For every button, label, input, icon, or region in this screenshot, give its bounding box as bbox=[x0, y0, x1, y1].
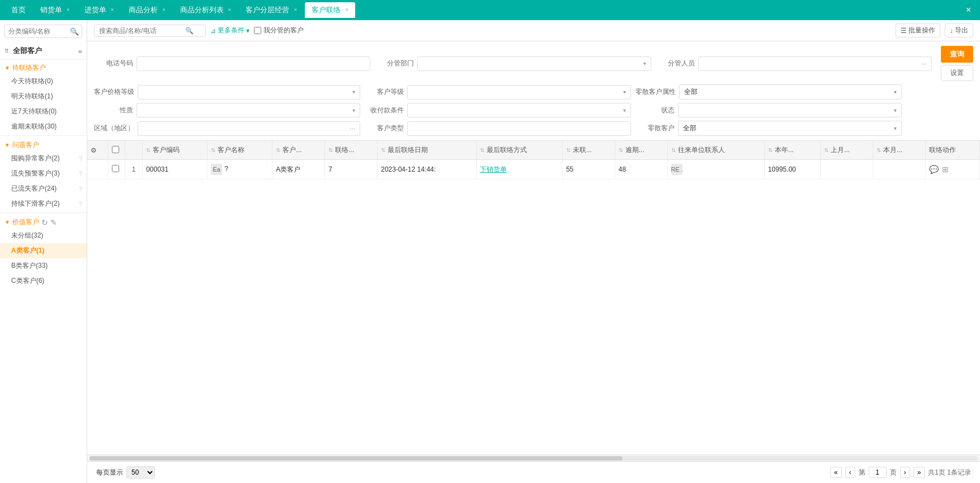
price-level-dropdown[interactable]: ▾ bbox=[138, 85, 360, 100]
td-thismonth bbox=[873, 160, 926, 179]
batch-ops-button[interactable]: ☰ 批量操作 bbox=[896, 23, 940, 37]
nav-customer-segment[interactable]: 客户分层经营 × bbox=[239, 2, 304, 18]
sidebar-item-declining[interactable]: 持续下滑客户(2) ? bbox=[0, 196, 87, 211]
nav-product-analysis[interactable]: 商品分析 × bbox=[122, 2, 172, 18]
last-method-link[interactable]: 下销货单 bbox=[480, 165, 507, 173]
page-nav: « ‹ 第 页 › » 共1页 1条记录 bbox=[830, 467, 971, 478]
batch-ops-icon: ☰ bbox=[901, 27, 907, 35]
select-all-checkbox[interactable] bbox=[112, 146, 119, 153]
sidebar-item-class-b[interactable]: B类客户(33) bbox=[0, 258, 87, 273]
scatter-attr-dropdown[interactable]: 全部 ▾ bbox=[679, 84, 902, 100]
sidebar-item-churn-warning[interactable]: 流失预警客户(3) ? bbox=[0, 166, 87, 181]
action-chat-icon[interactable]: 💬 bbox=[929, 165, 939, 174]
th-lastmonth[interactable]: ⇅上月... bbox=[821, 141, 873, 160]
nav-home[interactable]: 首页 bbox=[4, 2, 32, 18]
payment-dropdown[interactable]: ▾ bbox=[407, 103, 631, 117]
sidebar-section-value-arrow[interactable]: ▼ bbox=[4, 219, 10, 225]
scroll-track[interactable] bbox=[89, 456, 978, 461]
scroll-thumb[interactable] bbox=[89, 456, 623, 461]
region-input[interactable]: ··· bbox=[138, 121, 360, 136]
th-lastdate[interactable]: ⇅最后联络日期 bbox=[378, 141, 477, 160]
sidebar-search-icon: 🔍 bbox=[70, 27, 79, 36]
customer-level-dropdown[interactable]: ▾ bbox=[407, 85, 631, 100]
th-contact[interactable]: ⇅联络... bbox=[325, 141, 378, 160]
td-checkbox[interactable] bbox=[108, 160, 125, 179]
settings-button[interactable]: 设置 bbox=[941, 65, 973, 81]
filter-more-conditions[interactable]: ⊿ 更多条件 ▾ bbox=[210, 26, 249, 35]
last-page-button[interactable]: » bbox=[913, 467, 925, 478]
sidebar-refresh-icon[interactable]: ↻ bbox=[41, 218, 48, 227]
page-number-input[interactable] bbox=[869, 467, 887, 478]
th-overdue[interactable]: ⇅逾期... bbox=[615, 141, 667, 160]
my-customers-checkbox[interactable] bbox=[254, 27, 261, 34]
filter-field-status: 状态 ▾ bbox=[635, 103, 902, 117]
th-level[interactable]: ⇅客户... bbox=[272, 141, 325, 160]
window-close-button[interactable]: × bbox=[962, 5, 976, 15]
th-lastmethod[interactable]: ⇅最后联络方式 bbox=[476, 141, 562, 160]
th-name[interactable]: ⇅客户名称 bbox=[208, 141, 272, 160]
nav-sales[interactable]: 销货单 × bbox=[34, 2, 77, 18]
dept-dropdown[interactable]: ▾ bbox=[417, 56, 651, 71]
row-checkbox[interactable] bbox=[112, 165, 119, 172]
sidebar-item-churned[interactable]: 已流失客户(24) ? bbox=[0, 181, 87, 196]
th-thisyear[interactable]: ⇅本年... bbox=[764, 141, 820, 160]
th-gear[interactable]: ⚙ bbox=[87, 141, 108, 160]
sidebar: 🔍 ⠿ 全部客户 « ▼ 待联络客户 今天待联络(0) 明天待联络(1) 近7天… bbox=[0, 20, 87, 483]
nav-customer-contact[interactable]: 客户联络 × bbox=[305, 2, 355, 18]
td-gear bbox=[87, 160, 108, 179]
sidebar-section-problem-arrow[interactable]: ▼ bbox=[4, 142, 10, 148]
nav-product-analysis-list-close[interactable]: × bbox=[228, 2, 232, 18]
next-page-button[interactable]: › bbox=[900, 467, 910, 478]
prev-page-button[interactable]: ‹ bbox=[845, 467, 855, 478]
nav-customer-segment-close[interactable]: × bbox=[294, 2, 297, 18]
filter-search-input[interactable] bbox=[99, 27, 183, 35]
sidebar-item-unclassified[interactable]: 未分组(32) bbox=[0, 228, 87, 243]
my-customers-checkbox-label[interactable]: 我分管的客户 bbox=[254, 26, 304, 35]
first-page-button[interactable]: « bbox=[830, 467, 842, 478]
sidebar-item-today-pending[interactable]: 今天待联络(0) bbox=[0, 74, 87, 89]
td-contact2: RE . bbox=[667, 160, 764, 179]
sidebar-item-7day-pending[interactable]: 近7天待联络(0) bbox=[0, 104, 87, 119]
sidebar-item-class-a[interactable]: A类客户(1) bbox=[0, 243, 87, 258]
nav-customer-contact-close[interactable]: × bbox=[345, 2, 348, 18]
td-code: 000031 bbox=[143, 160, 208, 179]
horizontal-scrollbar[interactable] bbox=[87, 454, 980, 461]
sidebar-section-pending-arrow[interactable]: ▼ bbox=[4, 65, 10, 71]
table-row: 1 000031 Ea? A类客户 7 2023-04-12 14:44: 下销… bbox=[87, 160, 980, 179]
td-lastmethod[interactable]: 下销货单 bbox=[476, 160, 562, 179]
scatter-attr-arrow: ▾ bbox=[894, 89, 897, 95]
page-size-select[interactable]: 50 100 200 bbox=[126, 466, 155, 479]
nav-product-analysis-list[interactable]: 商品分析列表 × bbox=[173, 2, 238, 18]
th-thismonth[interactable]: ⇅本月... bbox=[873, 141, 926, 160]
scatter-dropdown[interactable]: 全部 ▾ bbox=[678, 121, 902, 136]
th-code[interactable]: ⇅客户编码 bbox=[143, 141, 208, 160]
manager-input[interactable]: ··· bbox=[698, 56, 932, 71]
sidebar-item-tomorrow-pending[interactable]: 明天待联络(1) bbox=[0, 89, 87, 104]
action-qr-icon[interactable]: ⊞ bbox=[942, 165, 949, 174]
nav-product-analysis-close[interactable]: × bbox=[162, 2, 166, 18]
filter-field-payment: 收付款条件 ▾ bbox=[365, 103, 631, 117]
filter-field-scatter: 零散客户 全部 ▾ bbox=[635, 121, 902, 136]
nav-purchase-close[interactable]: × bbox=[111, 2, 114, 18]
th-checkbox[interactable] bbox=[108, 141, 125, 160]
sidebar-edit-icon[interactable]: ✎ bbox=[50, 218, 57, 227]
sidebar-collapse-icon[interactable]: « bbox=[78, 47, 82, 55]
nature-dropdown[interactable]: ▾ bbox=[136, 103, 360, 117]
customer-type-input[interactable] bbox=[407, 121, 631, 136]
sidebar-item-overdue-pending[interactable]: 逾期未联络(30) bbox=[0, 119, 87, 134]
phone-input[interactable] bbox=[136, 56, 370, 71]
advanced-filter-panel: 电话号码 分管部门 ▾ 分管人员 ··· bbox=[87, 41, 980, 141]
nav-purchase[interactable]: 进货单 × bbox=[78, 2, 121, 18]
status-dropdown[interactable]: ▾ bbox=[678, 103, 902, 117]
sidebar-item-class-c[interactable]: C类客户(6) bbox=[0, 273, 87, 288]
th-unlinkdays[interactable]: ⇅未联... bbox=[562, 141, 615, 160]
th-contact2[interactable]: ⇅往来单位联系人 bbox=[667, 141, 764, 160]
filter-field-region: 区域（地区） ··· bbox=[94, 121, 360, 136]
nav-sales-close[interactable]: × bbox=[67, 2, 70, 18]
filter-row-4: 区域（地区） ··· 客户类型 零散客户 全部 ▾ bbox=[94, 121, 973, 136]
sidebar-section-problem: ▼ 问题客户 bbox=[0, 137, 87, 151]
query-button[interactable]: 查询 bbox=[941, 46, 973, 63]
export-button[interactable]: ↓ 导出 bbox=[945, 23, 973, 37]
sidebar-item-hoarding[interactable]: 囤购异常客户(2) ? bbox=[0, 151, 87, 166]
filter-field-customer-level: 客户等级 ▾ bbox=[365, 85, 631, 100]
